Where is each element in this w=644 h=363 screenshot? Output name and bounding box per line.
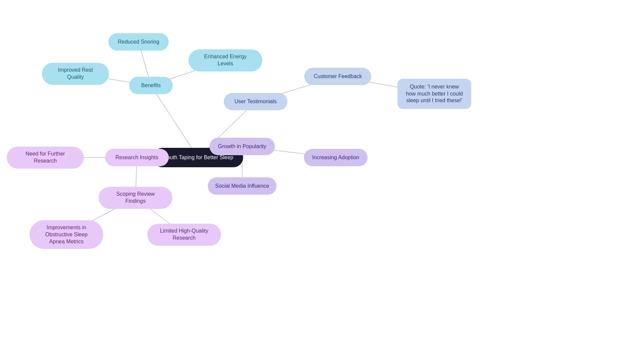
node-scoping_review[interactable]: Scoping Review Findings	[99, 187, 172, 209]
node-label-benefits: Benefits	[140, 81, 162, 90]
node-label-need_further_research: Need for Further Research	[13, 150, 78, 165]
node-label-customer_feedback: Customer Feedback	[312, 72, 363, 81]
node-growth_popularity[interactable]: Growth in Popularity	[210, 138, 275, 155]
node-user_testimonials[interactable]: User Testimonials	[224, 93, 287, 110]
node-limited_research[interactable]: Limited High-Quality Research	[147, 224, 221, 246]
node-label-improvements_osa: Improvements in Obstructive Sleep Apnea …	[36, 224, 97, 246]
node-increasing_adoption[interactable]: Increasing Adoption	[304, 149, 368, 166]
node-reduced_snoring[interactable]: Reduced Snoring	[108, 33, 169, 51]
svg-line-0	[151, 85, 198, 158]
node-need_further_research[interactable]: Need for Further Research	[7, 146, 84, 169]
connections-svg	[0, 0, 644, 363]
node-quote[interactable]: Quote: 'I never knew how much better I c…	[397, 79, 471, 109]
node-improvements_osa[interactable]: Improvements in Obstructive Sleep Apnea …	[30, 220, 103, 249]
mindmap-container: Mouth Taping for Better SleepBenefitsRed…	[0, 0, 644, 363]
node-label-enhanced_energy: Enhanced Energy Levels	[195, 53, 256, 68]
node-social_media[interactable]: Social Media Influence	[208, 177, 277, 195]
node-research_insights[interactable]: Research Insights	[105, 149, 169, 166]
node-label-quote: Quote: 'I never knew how much better I c…	[404, 83, 465, 105]
node-label-social_media: Social Media Influence	[214, 182, 271, 190]
node-label-user_testimonials: User Testimonials	[233, 98, 278, 106]
node-customer_feedback[interactable]: Customer Feedback	[304, 68, 371, 85]
node-label-scoping_review: Scoping Review Findings	[105, 190, 166, 205]
node-label-increasing_adoption: Increasing Adoption	[311, 154, 361, 162]
node-improved_rest[interactable]: Improved Rest Quality	[42, 63, 109, 85]
node-label-limited_research: Limited High-Quality Research	[153, 227, 215, 242]
node-enhanced_energy[interactable]: Enhanced Energy Levels	[189, 49, 262, 71]
node-label-growth_popularity: Growth in Popularity	[217, 142, 268, 151]
node-label-research_insights: Research Insights	[114, 154, 160, 162]
node-label-reduced_snoring: Reduced Snoring	[116, 38, 161, 46]
node-benefits[interactable]: Benefits	[129, 77, 173, 94]
node-label-improved_rest: Improved Rest Quality	[48, 66, 103, 81]
